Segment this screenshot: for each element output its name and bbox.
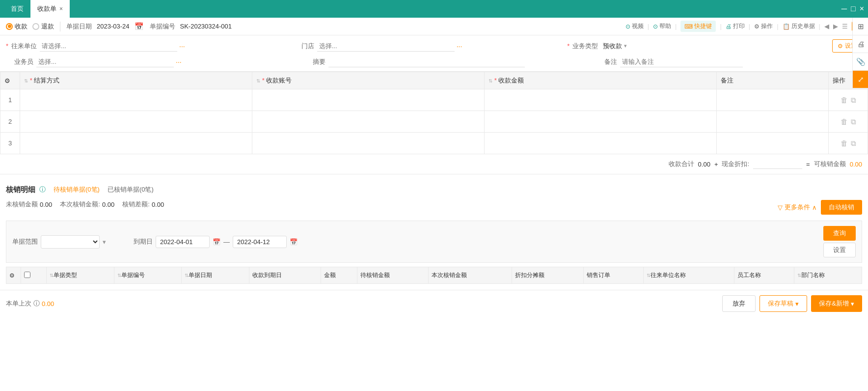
copy-icon-2[interactable]: ⧉ (851, 117, 856, 126)
arrow-right-icon[interactable]: ▶ (833, 23, 838, 30)
partner-label: 往来单位 (9, 42, 37, 51)
table-settings-icon-2[interactable]: ⚙ (9, 272, 15, 279)
print-btn[interactable]: 🖨 打印 (726, 22, 745, 30)
col-dept-name: ⇅部门名称 (794, 267, 862, 284)
discount-input[interactable] (753, 159, 802, 169)
receipt-radio[interactable]: 收款 (6, 22, 27, 31)
filter-settings-button[interactable]: 设置 (823, 243, 856, 257)
delete-icon-3[interactable]: 🗑 (841, 139, 848, 148)
amount-cell-3[interactable] (485, 133, 717, 154)
amount-cell-2[interactable] (485, 111, 717, 133)
partner-input[interactable] (40, 41, 177, 52)
col-staff-name: 员工名称 (734, 267, 794, 284)
account-cell-2[interactable] (252, 111, 485, 133)
tab-bar: 首页 收款单 × ─ □ × (0, 0, 868, 18)
save-draft-button[interactable]: 保存草稿 ▾ (760, 295, 807, 312)
delete-icon-1[interactable]: 🗑 (841, 96, 848, 105)
divider-1 (60, 22, 60, 31)
date-from-input[interactable] (156, 236, 210, 248)
filter-icon: ▽ (778, 204, 783, 211)
unverified-amount: 未核销金额 0.00 (6, 200, 52, 209)
more-conditions-btn[interactable]: ▽ 更多条件 ∧ (778, 203, 817, 212)
calendar-from-icon[interactable]: 📅 (213, 238, 220, 246)
business-type-chevron[interactable]: ▾ (624, 43, 627, 49)
help-btn[interactable]: ⊙ 帮助 (653, 22, 671, 30)
col-doc-date: ⇅单据日期 (182, 267, 249, 284)
verify-title-text: 核销明细 (6, 185, 35, 195)
refund-radio-circle (32, 23, 39, 30)
settlement-cell-1[interactable] (20, 89, 252, 111)
summary-input[interactable] (328, 56, 525, 67)
account-cell-1[interactable] (252, 89, 485, 111)
save-new-button[interactable]: 保存&新增 ▾ (811, 295, 862, 312)
receipt-label: 收款 (15, 22, 27, 31)
side-print-icon[interactable]: 🖨 (853, 35, 868, 53)
staff-label: 业务员 (6, 57, 33, 66)
row-num-1: 1 (0, 89, 20, 111)
account-cell-3[interactable] (252, 133, 485, 154)
tab-close-icon[interactable]: × (59, 0, 63, 18)
minimize-icon[interactable]: ─ (841, 4, 847, 13)
chevron-up-icon: ∧ (812, 204, 817, 211)
filter-row: 单据范围 ▾ 到期日 📅 — 📅 查询 设置 (6, 221, 862, 263)
verified-tab[interactable]: 已核销单据(0笔) (104, 184, 158, 195)
tab-home[interactable]: 首页 (4, 0, 30, 18)
settlement-cell-3[interactable] (20, 133, 252, 154)
discard-button[interactable]: 放弃 (722, 295, 756, 312)
amount-cell-1[interactable] (485, 89, 717, 111)
side-attach-icon[interactable]: 📎 (853, 53, 868, 71)
video-btn[interactable]: ⊙ 视频 (625, 22, 644, 30)
staff-input[interactable] (36, 56, 174, 67)
arrow-left-icon[interactable]: ◀ (824, 23, 829, 30)
remarks-cell-3[interactable] (717, 133, 829, 154)
settlement-cell-2[interactable] (20, 111, 252, 133)
action-btn[interactable]: ⚙ 操作 (754, 22, 773, 30)
side-expand-icon[interactable]: ⤢ (853, 71, 868, 88)
col-account: ⇅ * 收款账号 (252, 72, 485, 89)
refund-radio[interactable]: 退款 (32, 22, 54, 31)
col-settings[interactable]: ⚙ (0, 72, 20, 89)
delete-icon-2[interactable]: 🗑 (841, 117, 848, 126)
side-table-icon[interactable]: ⊞ (853, 18, 868, 35)
remarks-cell-2[interactable] (717, 111, 829, 133)
history-btn[interactable]: 📋 历史单据 (783, 22, 815, 30)
auto-verify-button[interactable]: 自动核销 (821, 200, 862, 215)
pending-tab[interactable]: 待核销单据(0笔) (50, 184, 104, 195)
col-doc-type: ⇅单据类型 (46, 267, 114, 284)
check-all-checkbox[interactable] (24, 272, 30, 278)
calendar-icon[interactable]: 📅 (135, 22, 144, 31)
col-check-all[interactable] (21, 267, 47, 284)
staff-more-icon[interactable]: ··· (176, 58, 182, 66)
range-select[interactable] (41, 235, 100, 249)
date-to-input[interactable] (233, 236, 287, 248)
date-field: 单据日期 2023-03-24 📅 (66, 22, 144, 31)
calendar-to-icon[interactable]: 📅 (290, 238, 298, 246)
remarks-input[interactable] (620, 56, 743, 67)
verify-info-icon[interactable]: ⓘ (39, 185, 46, 194)
date-value: 2023-03-24 (97, 23, 130, 30)
remarks-cell-1[interactable] (717, 89, 829, 111)
row-num-2: 2 (0, 111, 20, 133)
store-input[interactable] (317, 41, 455, 52)
verify-tabs: 待核销单据(0笔) 已核销单据(0笔) (50, 184, 158, 195)
copy-icon-3[interactable]: ⧉ (851, 139, 856, 148)
store-more-icon[interactable]: ··· (457, 42, 462, 50)
list-icon[interactable]: ☰ (842, 23, 848, 30)
query-button[interactable]: 查询 (823, 226, 856, 241)
sum-label: 收款合计 (669, 160, 694, 168)
maximize-icon[interactable]: □ (851, 4, 856, 13)
close-icon[interactable]: × (860, 4, 864, 13)
refund-label: 退款 (41, 22, 54, 31)
shortcut-btn[interactable]: ⌨ 快捷键 (680, 21, 716, 32)
partner-more-icon[interactable]: ··· (179, 42, 185, 50)
number-field: 单据编号 SK-20230324-001 (150, 22, 232, 31)
verify-stats: 未核销金额 0.00 本次核销金额: 0.00 核销差额: 0.00 (6, 200, 164, 209)
toolbar: 收款 退款 单据日期 2023-03-24 📅 单据编号 SK-20230324… (0, 18, 868, 35)
video-icon: ⊙ (625, 23, 630, 30)
footer-info-icon[interactable]: ⓘ (33, 299, 40, 308)
tab-receipt[interactable]: 收款单 × (30, 0, 70, 18)
col-discount: 折扣分摊额 (512, 267, 584, 284)
form-row-1: * 往来单位 ··· 门店 ··· * 业务类型 预收款 ▾ ⚙ 设置 (6, 39, 862, 53)
copy-icon-1[interactable]: ⧉ (851, 96, 856, 105)
action-icon: ⚙ (754, 23, 760, 30)
